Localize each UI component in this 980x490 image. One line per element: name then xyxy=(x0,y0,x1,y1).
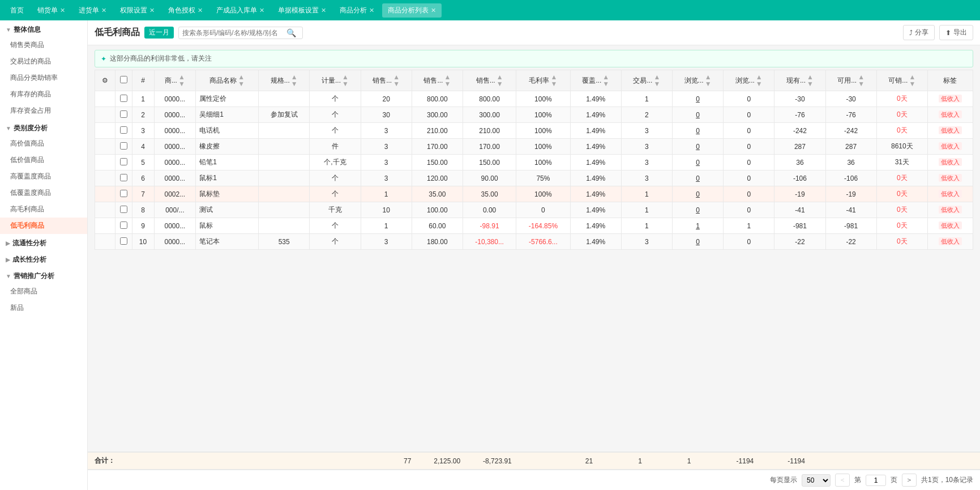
th-sale-qty[interactable]: 销售...▲▼ xyxy=(361,70,412,91)
nav-close-product[interactable]: ✕ xyxy=(259,7,264,14)
sidebar-item-traded-goods[interactable]: 交易过的商品 xyxy=(0,53,87,70)
th-name[interactable]: 商品名称▲▼ xyxy=(196,70,259,91)
sidebar-item-all-goods[interactable]: 全部商品 xyxy=(0,283,87,300)
row-checkbox-6[interactable] xyxy=(120,190,127,197)
cell-saleable: 0天 xyxy=(876,171,927,186)
th-checkbox[interactable] xyxy=(115,70,132,91)
th-browse2[interactable]: 浏览...▲▼ xyxy=(724,70,774,91)
page-number-input[interactable] xyxy=(866,475,886,486)
page-size-select[interactable]: 50 100 200 xyxy=(802,474,831,487)
th-unit[interactable]: 计量...▲▼ xyxy=(310,70,361,91)
prev-page-button[interactable]: ＜ xyxy=(835,474,850,487)
cell-browse1[interactable]: 0 xyxy=(672,171,723,186)
cell-checkbox[interactable] xyxy=(115,218,132,234)
cell-browse1[interactable]: 0 xyxy=(672,234,723,250)
nav-close-role[interactable]: ✕ xyxy=(198,7,203,14)
export-button[interactable]: ⬆ 导出 xyxy=(939,25,973,40)
cell-checkbox[interactable] xyxy=(115,234,132,250)
search-input[interactable] xyxy=(182,29,284,37)
cell-browse1[interactable]: 0 xyxy=(672,202,723,218)
cell-browse1[interactable]: 0 xyxy=(672,139,723,155)
cell-checkbox[interactable] xyxy=(115,139,132,155)
cell-code: 0000... xyxy=(154,107,196,123)
nav-close-sales[interactable]: ✕ xyxy=(60,7,65,14)
nav-close-goods-list[interactable]: ✕ xyxy=(431,7,436,14)
cell-browse2: 0 xyxy=(724,139,774,155)
row-checkbox-9[interactable] xyxy=(120,237,127,245)
th-settings[interactable]: ⚙ xyxy=(95,70,115,91)
sidebar-item-low-margin[interactable]: 低毛利商品 xyxy=(0,218,87,234)
cell-checkbox[interactable] xyxy=(115,155,132,171)
nav-goods-analysis-list[interactable]: 商品分析列表 ✕ xyxy=(382,3,442,18)
sidebar-item-category-rate[interactable]: 商品分类助销率 xyxy=(0,70,87,86)
th-code[interactable]: 商...▲▼ xyxy=(154,70,196,91)
row-checkbox-3[interactable] xyxy=(120,142,127,150)
cell-checkbox[interactable] xyxy=(115,107,132,123)
th-saleable[interactable]: 可销...▲▼ xyxy=(876,70,927,91)
cell-checkbox[interactable] xyxy=(115,186,132,202)
nav-close-template[interactable]: ✕ xyxy=(321,7,326,14)
search-icon[interactable]: 🔍 xyxy=(286,28,296,37)
sidebar-group-overall[interactable]: ▼ 整体信息 xyxy=(0,20,87,37)
cell-browse1[interactable]: 0 xyxy=(672,107,723,123)
nav-product-storage[interactable]: 产成品入库单 ✕ xyxy=(211,3,270,18)
cell-browse1[interactable]: 0 xyxy=(672,155,723,171)
th-gross-margin[interactable]: 毛利率▲▼ xyxy=(516,70,570,91)
row-checkbox-4[interactable] xyxy=(120,158,127,165)
sidebar-item-high-value[interactable]: 高价值商品 xyxy=(0,135,87,152)
th-browse1[interactable]: 浏览...▲▼ xyxy=(672,70,723,91)
th-available[interactable]: 可用...▲▼ xyxy=(825,70,876,91)
sidebar-item-high-margin[interactable]: 高毛利商品 xyxy=(0,201,87,218)
cell-checkbox[interactable] xyxy=(115,91,132,107)
sidebar-item-high-coverage[interactable]: 高覆盖度商品 xyxy=(0,168,87,185)
row-checkbox-1[interactable] xyxy=(120,110,127,118)
cell-browse1[interactable]: 1 xyxy=(672,218,723,234)
sidebar-group-liquidity[interactable]: ▶ 流通性分析 xyxy=(0,234,87,250)
nav-sales-order[interactable]: 销货单 ✕ xyxy=(32,3,71,18)
sidebar-group-growth[interactable]: ▶ 成长性分析 xyxy=(0,250,87,267)
nav-close-purchase[interactable]: ✕ xyxy=(101,7,106,14)
sidebar-item-in-stock[interactable]: 有库存的商品 xyxy=(0,86,87,103)
nav-home[interactable]: 首页 xyxy=(5,3,29,18)
sidebar-item-new-goods[interactable]: 新品 xyxy=(0,300,87,316)
nav-purchase-order[interactable]: 进货单 ✕ xyxy=(73,3,112,18)
row-checkbox-0[interactable] xyxy=(120,95,127,102)
cell-name: 鼠标垫 xyxy=(196,186,259,202)
th-spec[interactable]: 规格...▲▼ xyxy=(259,70,310,91)
sidebar-item-inventory-capital[interactable]: 库存资金占用 xyxy=(0,103,87,119)
cell-browse1[interactable]: 0 xyxy=(672,186,723,202)
nav-close-permission[interactable]: ✕ xyxy=(149,7,155,14)
sidebar-group-marketing[interactable]: ▼ 营销推广分析 xyxy=(0,267,87,283)
time-tag[interactable]: 近一月 xyxy=(144,27,174,39)
nav-close-goods-analysis[interactable]: ✕ xyxy=(369,7,374,14)
row-checkbox-2[interactable] xyxy=(120,126,127,134)
share-button[interactable]: ⤴ 分享 xyxy=(903,25,935,40)
table-container[interactable]: ⚙ # 商...▲▼ 商品名称▲▼ 规格...▲▼ 计量...▲▼ 销售...▲… xyxy=(95,70,973,451)
row-checkbox-8[interactable] xyxy=(120,221,127,229)
select-all-checkbox[interactable] xyxy=(120,76,127,83)
nav-permission[interactable]: 权限设置 ✕ xyxy=(114,3,160,18)
cell-checkbox[interactable] xyxy=(115,202,132,218)
cell-checkbox[interactable] xyxy=(115,171,132,186)
sidebar-item-low-value[interactable]: 低价值商品 xyxy=(0,152,87,168)
alert-bar: ✦ 这部分商品的利润非常低，请关注 xyxy=(95,50,973,67)
cell-checkbox[interactable] xyxy=(115,123,132,139)
sidebar-item-low-coverage[interactable]: 低覆盖度商品 xyxy=(0,185,87,201)
th-current[interactable]: 现有...▲▼ xyxy=(774,70,825,91)
th-sale-price[interactable]: 销售...▲▼ xyxy=(412,70,463,91)
cell-browse1[interactable]: 0 xyxy=(672,123,723,139)
next-page-button[interactable]: ＞ xyxy=(902,474,917,487)
table-row: 8 000/... 测试 千克 10 100.00 0.00 0 1.49% 1… xyxy=(95,202,973,218)
nav-template[interactable]: 单据模板设置 ✕ xyxy=(272,3,332,18)
sidebar-item-sales-goods[interactable]: 销售类商品 xyxy=(0,37,87,53)
th-sale-amount[interactable]: 销售...▲▼ xyxy=(463,70,516,91)
cell-browse1[interactable]: 0 xyxy=(672,91,723,107)
cell-tag: 低收入 xyxy=(927,186,973,202)
nav-role-auth[interactable]: 角色授权 ✕ xyxy=(162,3,208,18)
row-checkbox-7[interactable] xyxy=(120,206,127,213)
th-coverage[interactable]: 覆盖...▲▼ xyxy=(570,70,621,91)
nav-goods-analysis[interactable]: 商品分析 ✕ xyxy=(334,3,380,18)
row-checkbox-5[interactable] xyxy=(120,174,127,181)
sidebar-group-category[interactable]: ▼ 类别度分析 xyxy=(0,119,87,135)
th-transaction[interactable]: 交易...▲▼ xyxy=(621,70,672,91)
